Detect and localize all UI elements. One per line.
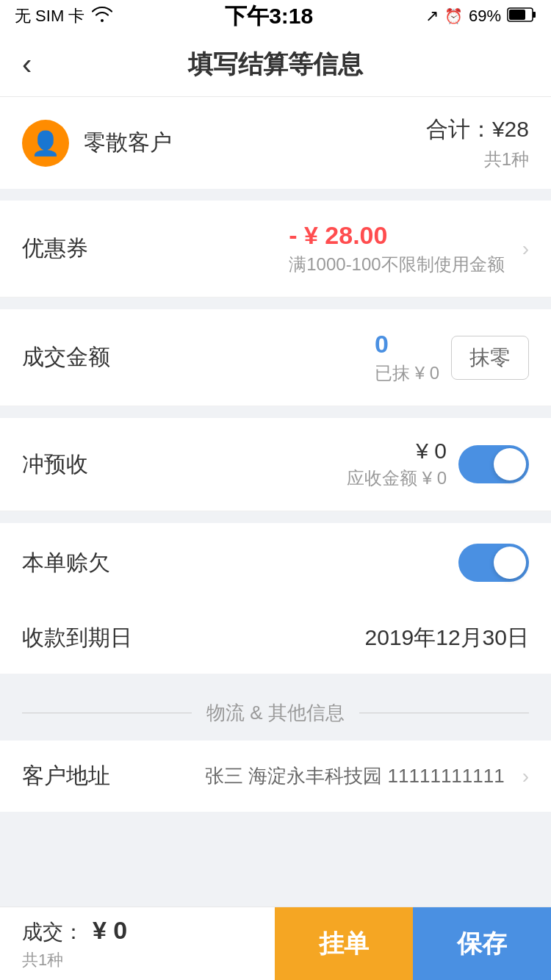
avatar: 👤 — [22, 120, 69, 167]
deal-amount-sub: 已抹 ¥ 0 — [375, 361, 439, 385]
summary-amount: ¥ 0 — [93, 916, 127, 945]
summary-count: 共1种 — [22, 949, 253, 971]
address-section: 客户地址 张三 海淀永丰科技园 11111111111 › — [0, 741, 551, 812]
back-icon: ‹ — [22, 48, 32, 80]
deal-amount-right: 0 已抹 ¥ 0 抹零 — [375, 330, 529, 385]
page-title: 填写结算等信息 — [188, 48, 363, 82]
status-time: 下午3:18 — [225, 1, 313, 32]
summary-label: 成交： — [22, 918, 84, 946]
chevron-right-icon: › — [522, 237, 529, 261]
deal-prepay-section: 成交金额 0 已抹 ¥ 0 抹零 冲预收 ¥ 0 应收金额 ¥ 0 — [0, 309, 551, 511]
address-right: 张三 海淀永丰科技园 11111111111 › — [205, 763, 529, 789]
prepay-sub: 应收金额 ¥ 0 — [347, 466, 447, 490]
deal-amount-label: 成交金额 — [22, 342, 110, 372]
debt-label: 本单赊欠 — [22, 548, 110, 578]
customer-name: 零散客户 — [84, 128, 172, 158]
coupon-right: - ¥ 28.00 满1000-100不限制使用金额 › — [289, 221, 529, 276]
address-row[interactable]: 客户地址 张三 海淀永丰科技园 11111111111 › — [0, 741, 551, 812]
coupon-value: - ¥ 28.00 — [289, 221, 504, 250]
section-divider-1 — [0, 406, 551, 418]
avatar-icon: 👤 — [31, 129, 60, 157]
save-button[interactable]: 保存 — [413, 907, 551, 981]
round-button[interactable]: 抹零 — [451, 336, 529, 380]
wifi-icon — [92, 6, 112, 26]
prepay-row: 冲预收 ¥ 0 应收金额 ¥ 0 — [0, 418, 551, 511]
coupon-sub: 满1000-100不限制使用金额 — [289, 253, 504, 276]
deal-amount-value: 0 — [375, 330, 439, 359]
customer-info-left: 👤 零散客户 — [22, 120, 172, 167]
due-date-value: 2019年12月30日 — [365, 623, 529, 653]
debt-section: 本单赊欠 收款到期日 2019年12月30日 — [0, 523, 551, 674]
due-date-row: 收款到期日 2019年12月30日 — [0, 602, 551, 674]
status-bar: 无 SIM 卡 下午3:18 ↗ ⏰ 69% — [0, 0, 551, 32]
toggle-knob-debt — [494, 547, 526, 579]
logistics-header: 物流 & 其他信息 — [0, 685, 551, 741]
svg-rect-1 — [533, 12, 536, 18]
customer-total: 合计：¥28 — [426, 115, 529, 145]
coupon-row[interactable]: 优惠券 - ¥ 28.00 满1000-100不限制使用金额 › — [0, 201, 551, 298]
hang-single-button[interactable]: 挂单 — [275, 907, 413, 981]
back-button[interactable]: ‹ — [22, 48, 32, 81]
address-value: 张三 海淀永丰科技园 11111111111 — [205, 763, 505, 789]
logistics-label: 物流 & 其他信息 — [206, 700, 345, 726]
prepay-label: 冲预收 — [22, 450, 88, 480]
bottom-summary: 成交： ¥ 0 共1种 — [0, 916, 275, 971]
battery-label: 69% — [469, 7, 501, 26]
address-chevron-icon: › — [522, 765, 529, 788]
status-left: 无 SIM 卡 — [15, 5, 112, 27]
bottom-bar: 成交： ¥ 0 共1种 挂单 保存 — [0, 907, 551, 980]
debt-row: 本单赊欠 — [0, 523, 551, 602]
coupon-section: 优惠券 - ¥ 28.00 满1000-100不限制使用金额 › — [0, 201, 551, 298]
debt-toggle[interactable] — [458, 544, 529, 582]
due-date-label: 收款到期日 — [22, 623, 132, 653]
nav-bar: ‹ 填写结算等信息 — [0, 32, 551, 97]
deal-amount-row: 成交金额 0 已抹 ¥ 0 抹零 — [0, 309, 551, 406]
battery-icon — [507, 6, 536, 26]
customer-count: 共1种 — [426, 148, 529, 171]
logistics-line-right — [359, 713, 529, 713]
prepay-value: ¥ 0 — [347, 439, 447, 464]
page-content: 👤 零散客户 合计：¥28 共1种 优惠券 - ¥ 28.00 满1000-10… — [0, 97, 551, 912]
address-label: 客户地址 — [22, 761, 110, 791]
location-icon: ↗ — [425, 7, 439, 26]
summary-top: 成交： ¥ 0 — [22, 916, 253, 946]
prepay-right: ¥ 0 应收金额 ¥ 0 — [347, 439, 529, 490]
no-sim-label: 无 SIM 卡 — [15, 5, 84, 27]
alarm-icon: ⏰ — [444, 7, 463, 25]
svg-rect-2 — [509, 10, 525, 20]
toggle-knob — [494, 448, 526, 480]
prepay-toggle[interactable] — [458, 445, 529, 483]
customer-info-right: 合计：¥28 共1种 — [426, 115, 529, 171]
status-right: ↗ ⏰ 69% — [425, 6, 536, 26]
logistics-line-left — [22, 713, 192, 713]
coupon-label: 优惠券 — [22, 234, 88, 264]
customer-row: 👤 零散客户 合计：¥28 共1种 — [0, 97, 551, 189]
